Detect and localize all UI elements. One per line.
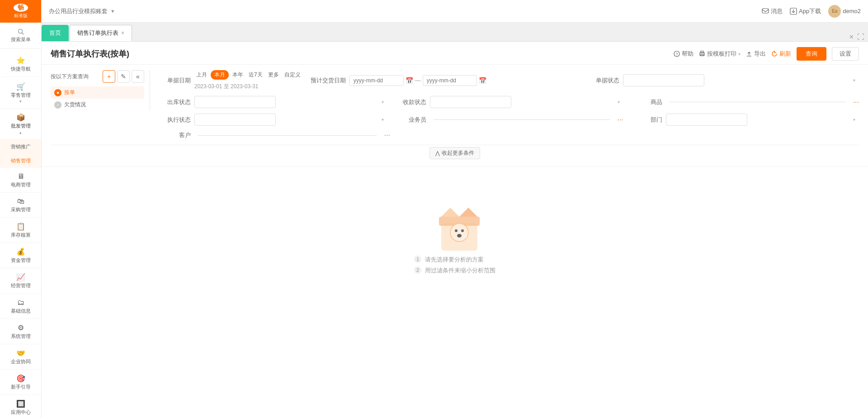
- collapse-more-button[interactable]: ⋀ 收起更多条件: [429, 147, 480, 159]
- customer-label: 客户: [159, 131, 191, 139]
- filter-plan-selector: 按以下方案查询 + ✎ « ● 按单 ○: [51, 70, 150, 111]
- collapse-plan-button[interactable]: «: [132, 70, 144, 83]
- sidebar-item-purchase[interactable]: 🛍 采购管理: [0, 193, 41, 218]
- plan-inactive-icon: ○: [54, 101, 61, 109]
- plan-item-shortage[interactable]: ○ 欠货情况: [51, 99, 144, 111]
- execution-status-label: 执行状态: [159, 116, 191, 124]
- app-download-button[interactable]: App下载: [790, 7, 821, 15]
- sidebar-item-inventory[interactable]: 📋 库存核算: [0, 218, 41, 243]
- print-button[interactable]: 按模板打印 ▾: [699, 50, 741, 58]
- svg-point-14: [450, 223, 468, 242]
- sidebar-item-operations[interactable]: 📈 经营管理: [0, 268, 41, 294]
- plan-item-by-order[interactable]: ● 按单: [51, 86, 144, 99]
- print-chevron-icon: ▾: [738, 52, 741, 57]
- export-button[interactable]: 导出: [746, 50, 766, 58]
- dropdown-icon[interactable]: ▾: [111, 8, 114, 14]
- calendar-end-icon[interactable]: 📅: [479, 77, 486, 84]
- finance-icon: 💰: [16, 247, 25, 256]
- export-icon: [746, 51, 752, 57]
- message-button[interactable]: 消息: [762, 7, 783, 15]
- product-label: 商品: [631, 98, 662, 106]
- query-button[interactable]: 查询: [797, 47, 826, 61]
- customer-picker-button[interactable]: ···: [384, 131, 390, 139]
- filter-payment-status-item: 收款状态 ▾: [395, 96, 623, 108]
- sidebar-quick-nav[interactable]: ⭐ 快捷导航: [2, 52, 39, 77]
- settings-button[interactable]: 设置: [832, 47, 859, 61]
- product-picker-button[interactable]: ···: [853, 98, 859, 106]
- sidebar-subitem-sales[interactable]: 销售管理: [0, 154, 41, 168]
- delivery-status-label: 出库状态: [159, 98, 191, 106]
- tabs-right-actions: × ⛶: [849, 33, 868, 41]
- execution-arrow-icon: ▾: [382, 117, 384, 122]
- sidebar-item-app-center[interactable]: 🔲 应用中心: [0, 395, 41, 418]
- execution-status-select[interactable]: [194, 114, 276, 126]
- search-section: 搜索菜单: [0, 23, 41, 49]
- window-expand-button[interactable]: ⛶: [857, 33, 864, 41]
- department-select[interactable]: [666, 114, 747, 126]
- sidebar-item-retail[interactable]: 🛒 零售管理 ▾: [0, 78, 41, 109]
- date-tab-this-month[interactable]: 本月: [211, 70, 229, 80]
- sidebar-item-finance[interactable]: 💰 资金管理: [0, 243, 41, 268]
- inventory-icon: 📋: [16, 222, 25, 231]
- search-icon: [17, 28, 24, 35]
- svg-point-16: [461, 229, 464, 232]
- sidebar: 畅 标准版 搜索菜单 ⭐ 快捷导航 🛒 零售管理 ▾ 📦 批发管理 ▴: [0, 0, 42, 418]
- tab-home[interactable]: 首页: [42, 25, 69, 41]
- date-tab-7days[interactable]: 近7天: [247, 70, 264, 80]
- filter-plan-header: 按以下方案查询 + ✎ «: [51, 70, 144, 83]
- svg-point-15: [455, 229, 458, 232]
- svg-rect-8: [701, 51, 703, 53]
- sidebar-item-collaboration[interactable]: 🤝 企业协同: [0, 344, 41, 370]
- execution-status-select-wrap: ▾: [194, 114, 387, 126]
- collapse-icon: ⋀: [435, 150, 440, 157]
- payment-status-select[interactable]: [430, 96, 511, 108]
- filter-plan-title: 按以下方案查询: [51, 73, 89, 81]
- top-header: 办公用品行业模拟账套 ▾ 消息 App下载 E: [42, 0, 868, 23]
- expected-date-start[interactable]: [349, 75, 404, 86]
- collaboration-icon: 🤝: [16, 349, 25, 357]
- date-tab-this-year[interactable]: 本年: [231, 70, 245, 80]
- tab-sales-order[interactable]: 销售订单执行表 ×: [70, 25, 132, 41]
- calendar-start-icon[interactable]: 📅: [406, 77, 413, 84]
- tab-close-icon[interactable]: ×: [121, 30, 124, 36]
- sidebar-item-system[interactable]: ⚙ 系统管理: [0, 319, 41, 344]
- refresh-icon: [771, 51, 778, 57]
- sidebar-subitem-marketing[interactable]: 营销推广: [0, 140, 41, 154]
- account-title: 办公用品行业模拟账套: [49, 7, 108, 15]
- window-close-button[interactable]: ×: [849, 33, 854, 41]
- salesperson-picker-button[interactable]: ···: [617, 116, 623, 124]
- date-tab-last-month[interactable]: 上月: [194, 70, 209, 80]
- user-menu[interactable]: Ea demo2: [828, 5, 861, 18]
- sidebar-item-guide[interactable]: 🎯 新手引导: [0, 370, 41, 395]
- delivery-status-select[interactable]: [194, 96, 276, 108]
- payment-status-label: 收款状态: [395, 98, 426, 106]
- empty-hints: 请先选择要分析的方案 用过滤条件来缩小分析范围: [414, 256, 495, 277]
- delivery-arrow-icon: ▾: [382, 100, 384, 104]
- filter-department-item: 部门 ▾: [631, 114, 859, 126]
- operations-icon: 📈: [16, 273, 25, 281]
- search-menu-button[interactable]: 搜索菜单: [3, 26, 38, 45]
- expected-date-end[interactable]: [423, 75, 477, 86]
- help-button[interactable]: ? 帮助: [674, 50, 693, 58]
- filter-area: 按以下方案查询 + ✎ « ● 按单 ○: [42, 65, 868, 167]
- help-icon: ?: [674, 51, 680, 57]
- main-area: 办公用品行业模拟账套 ▾ 消息 App下载 E: [42, 0, 868, 418]
- date-tab-more[interactable]: 更多: [266, 70, 281, 80]
- filter-row-2: 出库状态 ▾ 收款状态: [159, 96, 859, 108]
- filter-expected-date-item: 预计交货日期 📅 — 📅: [310, 75, 581, 86]
- tabs-bar: 首页 销售订单执行表 × × ⛶: [42, 23, 868, 42]
- avatar: Ea: [828, 5, 841, 18]
- date-tab-custom[interactable]: 自定义: [283, 70, 302, 80]
- guide-icon: 🎯: [16, 374, 25, 383]
- sidebar-item-basic-info[interactable]: 🗂 基础信息: [0, 294, 41, 319]
- filter-execution-status-item: 执行状态 ▾: [159, 114, 387, 126]
- add-plan-button[interactable]: +: [103, 70, 115, 83]
- empty-hint-1: 请先选择要分析的方案: [414, 256, 495, 264]
- edit-plan-button[interactable]: ✎: [117, 70, 130, 83]
- system-icon: ⚙: [18, 323, 24, 332]
- order-status-select[interactable]: [623, 74, 704, 86]
- refresh-button[interactable]: 刷新: [771, 50, 791, 58]
- date-tab-group: 上月 本月 本年 近7天 更多 自定义: [194, 70, 302, 80]
- sidebar-item-wholesale[interactable]: 📦 批发管理 ▴: [0, 109, 41, 139]
- sidebar-item-ecommerce[interactable]: 🖥 电商管理: [0, 168, 41, 193]
